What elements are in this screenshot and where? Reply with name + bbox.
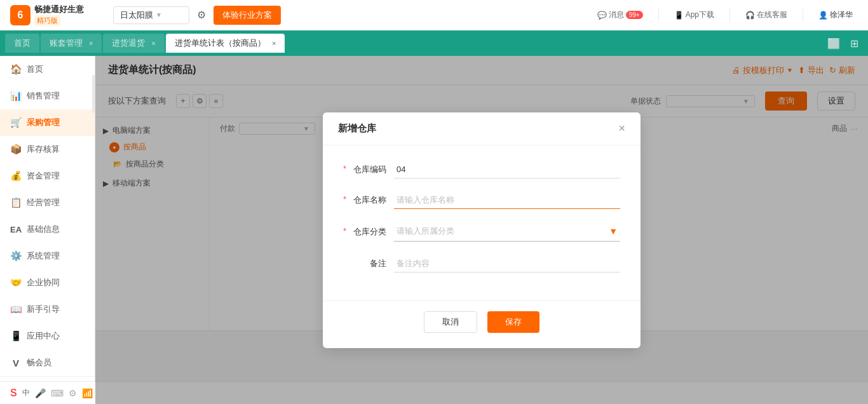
tab-stats-label: 进货单统计表（按商品） <box>175 37 266 49</box>
save-button[interactable]: 保存 <box>487 311 539 333</box>
vip-icon: V <box>10 357 22 368</box>
category-selector[interactable]: 请输入所属分类 ▼ <box>394 222 620 241</box>
category-border <box>394 241 620 242</box>
code-control <box>394 161 620 178</box>
sidebar-item-inventory[interactable]: 📦 库存核算 <box>0 136 95 163</box>
settings-icon[interactable]: ⚙ <box>197 9 206 21</box>
sidebar-item-finance[interactable]: 💰 资金管理 <box>0 163 95 189</box>
sidebar-item-system[interactable]: ⚙️ 系统管理 <box>0 243 95 269</box>
tab-bar: 首页 账套管理 × 进货退货 × 进货单统计表（按商品） × ⬜ ⊞ <box>0 30 868 56</box>
tab-account[interactable]: 账套管理 × <box>41 34 102 53</box>
basic-info-icon: EA <box>10 224 22 235</box>
user-name-label: 徐泽华 <box>830 10 853 20</box>
sidebar-item-home[interactable]: 🏠 首页 <box>0 56 95 83</box>
content-area: 进货单统计(按商品) 🖨 按模板打印 ▼ ⬆ 导出 ↻ 刷新 按以下方案查询 <box>95 56 868 404</box>
sidebar-item-guide[interactable]: 📖 新手引导 <box>0 296 95 323</box>
finance-icon: 💰 <box>10 170 22 182</box>
notification-btn[interactable]: 💬 消息 99+ <box>592 7 648 23</box>
tab-minimize-btn[interactable]: ⬜ <box>825 34 843 52</box>
bottom-text: 中 <box>22 387 30 398</box>
settings2-icon[interactable]: ⚙ <box>69 388 77 398</box>
code-label: 仓库编码 <box>343 164 394 175</box>
modal-close-btn[interactable]: × <box>618 123 625 134</box>
modal-title: 新增仓库 <box>338 123 376 135</box>
code-input[interactable] <box>394 161 620 178</box>
sidebar: 🏠 首页 📊 销售管理 🛒 采购管理 📦 库存核算 💰 资金管理 📋 经营管理 … <box>0 56 95 404</box>
name-input[interactable] <box>394 191 620 209</box>
mic-icon[interactable]: 🎤 <box>35 388 46 398</box>
tab-purchase-return-label: 进货退货 <box>112 37 145 49</box>
store-selector[interactable]: 日太阳膜 ▼ <box>113 6 189 24</box>
name-control <box>394 191 620 209</box>
modal-header: 新增仓库 × <box>323 112 641 145</box>
tab-stats-close[interactable]: × <box>272 39 276 47</box>
tab-home-label: 首页 <box>14 37 31 49</box>
top-header: 6 畅捷通好生意 精巧版 日太阳膜 ▼ ⚙ 体验行业方案 💬 消息 99+ 📱 … <box>0 0 868 30</box>
home-icon: 🏠 <box>10 64 22 75</box>
sidebar-item-apps[interactable]: 📱 应用中心 <box>0 323 95 349</box>
name-row: 仓库名称 <box>343 191 620 209</box>
s-logo-icon: S <box>10 387 17 399</box>
enterprise-icon: 🤝 <box>10 277 22 288</box>
header-actions: 💬 消息 99+ 📱 App下载 🎧 在线客服 👤 徐泽华 <box>592 7 858 23</box>
online-service-btn[interactable]: 🎧 在线客服 <box>740 7 792 23</box>
note-input[interactable] <box>394 255 620 273</box>
cancel-button[interactable]: 取消 <box>424 311 477 333</box>
category-label: 仓库分类 <box>343 226 394 238</box>
tab-expand-btn[interactable]: ⊞ <box>845 34 863 52</box>
purchase-icon: 🛒 <box>10 117 22 128</box>
notification-badge: 99+ <box>626 11 643 19</box>
sales-icon: 📊 <box>10 90 22 102</box>
sidebar-item-enterprise[interactable]: 🤝 企业协同 <box>0 269 95 296</box>
guide-icon: 📖 <box>10 304 22 315</box>
note-label: 备注 <box>343 258 394 269</box>
sidebar-item-sales[interactable]: 📊 销售管理 <box>0 83 95 109</box>
trial-button[interactable]: 体验行业方案 <box>214 6 281 25</box>
category-placeholder: 请输入所属分类 <box>397 226 454 237</box>
user-icon: 👤 <box>818 11 828 20</box>
mobile-icon: 📱 <box>674 11 684 20</box>
divider2 <box>729 9 730 22</box>
tab-account-close[interactable]: × <box>89 39 93 47</box>
sidebar-item-purchase[interactable]: 🛒 采购管理 <box>0 109 95 136</box>
bottom-left: S 中 🎤 ⌨ ⚙ 📶 <box>10 387 93 399</box>
code-row: 仓库编码 <box>343 161 620 178</box>
notification-icon: 💬 <box>597 11 607 20</box>
modal-footer: 取消 保存 <box>323 300 641 348</box>
tab-home[interactable]: 首页 <box>5 34 39 53</box>
new-warehouse-modal: 新增仓库 × 仓库编码 仓库名称 <box>323 112 641 348</box>
main-layout: 🏠 首页 📊 销售管理 🛒 采购管理 📦 库存核算 💰 资金管理 📋 经营管理 … <box>0 56 868 404</box>
chevron-down-icon: ▼ <box>156 11 162 18</box>
divider <box>658 9 659 22</box>
tab-stats[interactable]: 进货单统计表（按商品） × <box>166 34 285 53</box>
sidebar-item-operations[interactable]: 📋 经营管理 <box>0 189 95 216</box>
name-label: 仓库名称 <box>343 194 394 206</box>
keyboard-icon[interactable]: ⌨ <box>51 388 64 398</box>
headset-icon: 🎧 <box>745 11 755 20</box>
tab-purchase-return-close[interactable]: × <box>151 39 155 47</box>
tab-purchase-return[interactable]: 进货退货 × <box>103 34 164 53</box>
modal-body: 仓库编码 仓库名称 仓库分类 <box>323 145 641 300</box>
sidebar-item-vip[interactable]: V 畅会员 <box>0 349 95 376</box>
modal-overlay: 新增仓库 × 仓库编码 仓库名称 <box>95 56 868 404</box>
user-profile-btn[interactable]: 👤 徐泽华 <box>813 7 858 23</box>
tab-controls: ⬜ ⊞ <box>825 34 863 52</box>
operations-icon: 📋 <box>10 197 22 208</box>
category-row: 仓库分类 请输入所属分类 ▼ <box>343 222 620 242</box>
sidebar-scroll <box>92 75 95 113</box>
note-row: 备注 <box>343 255 620 273</box>
divider3 <box>803 9 803 22</box>
brand-text: 畅捷通好生意 精巧版 <box>34 4 84 26</box>
sidebar-item-basic-info[interactable]: EA 基础信息 <box>0 216 95 243</box>
apps-icon: 📱 <box>10 330 22 342</box>
note-control <box>394 255 620 273</box>
app-download-btn[interactable]: 📱 App下载 <box>669 7 719 23</box>
network-icon[interactable]: 📶 <box>82 388 93 398</box>
tab-account-label: 账套管理 <box>50 37 83 49</box>
system-icon: ⚙️ <box>10 250 22 262</box>
app-logo-icon: 6 <box>10 5 31 25</box>
category-control: 请输入所属分类 ▼ <box>394 222 620 242</box>
logo-area: 6 畅捷通好生意 精巧版 <box>10 4 105 26</box>
category-arrow-icon: ▼ <box>609 226 618 236</box>
inventory-icon: 📦 <box>10 144 22 155</box>
